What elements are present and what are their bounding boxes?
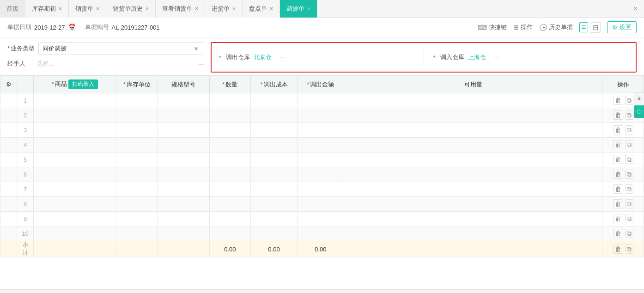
right-float-bar: ≡ ⬡ bbox=[634, 92, 644, 118]
person-more-icon[interactable]: ··· bbox=[198, 61, 203, 67]
row-product[interactable] bbox=[34, 197, 116, 212]
delete-icon[interactable]: 🗑 bbox=[613, 140, 623, 149]
row-product[interactable] bbox=[34, 153, 116, 167]
copy-icon[interactable]: ⧉ bbox=[625, 155, 633, 164]
toolbar-right: ⌨ 快捷键 ⊞ 操作 🕒 历史单据 ≡ ⊟ ⚙ 设置 bbox=[478, 21, 637, 33]
row-gear bbox=[0, 123, 17, 138]
tab-transfer[interactable]: 调拨单 × bbox=[280, 0, 317, 18]
form-left: *业务类型 同价调拨 ▼ 经手人 选择... ··· bbox=[7, 42, 211, 73]
copy-icon[interactable]: ⧉ bbox=[625, 184, 633, 194]
col-amount-label: 调出金额 bbox=[310, 81, 334, 88]
calendar-icon[interactable]: 📅 bbox=[68, 24, 76, 31]
in-warehouse-required-star: * bbox=[433, 54, 436, 61]
copy-icon[interactable]: ⧉ bbox=[625, 214, 633, 223]
required-star-1: * bbox=[7, 45, 10, 52]
tab-home[interactable]: 首页 bbox=[0, 0, 25, 18]
table-container: ⚙ *商品 扫码录入 *库存单位 规格型号 *数量 bbox=[0, 75, 644, 289]
row-op: 🗑 ⧉ bbox=[602, 123, 644, 138]
delete-icon[interactable]: 🗑 bbox=[613, 125, 623, 134]
copy-icon[interactable]: ⧉ bbox=[625, 229, 633, 238]
right-float-list-btn[interactable]: ≡ bbox=[634, 92, 644, 104]
gear-icon[interactable]: ⚙ bbox=[6, 81, 12, 88]
bottom-scroll bbox=[0, 289, 644, 293]
col-gear[interactable]: ⚙ bbox=[0, 76, 17, 93]
delete-icon[interactable]: 🗑 bbox=[613, 110, 623, 120]
row-product[interactable] bbox=[34, 226, 116, 241]
right-float-expand-btn[interactable]: ⬡ bbox=[634, 105, 644, 118]
delete-icon[interactable]: 🗑 bbox=[613, 184, 623, 194]
tab-purchase-close[interactable]: × bbox=[232, 6, 236, 12]
row-product[interactable] bbox=[34, 212, 116, 226]
row-product[interactable] bbox=[34, 93, 116, 108]
row-product[interactable] bbox=[34, 241, 116, 257]
tab-transfer-close[interactable]: × bbox=[307, 6, 310, 12]
delete-icon[interactable]: 🗑 bbox=[613, 214, 623, 223]
window-close-button[interactable]: × bbox=[627, 5, 644, 13]
copy-icon[interactable]: ⧉ bbox=[625, 170, 633, 179]
tab-inventory-check[interactable]: 盘点单 × bbox=[243, 0, 280, 18]
table-row: 7 🗑 ⧉ bbox=[0, 182, 644, 197]
row-product[interactable] bbox=[34, 108, 116, 123]
table-row: 3 🗑 ⧉ bbox=[0, 123, 644, 138]
row-available bbox=[344, 212, 602, 226]
tab-sales-history-label: 销货单历史 bbox=[113, 5, 143, 13]
copy-icon[interactable]: ⧉ bbox=[625, 199, 633, 208]
history-label: 历史单据 bbox=[549, 23, 573, 31]
in-warehouse-more-icon[interactable]: ··· bbox=[493, 54, 499, 61]
copy-icon[interactable]: ⧉ bbox=[625, 110, 633, 120]
delete-icon[interactable]: 🗑 bbox=[613, 244, 623, 254]
tab-home-label: 首页 bbox=[6, 5, 18, 13]
copy-icon[interactable]: ⧉ bbox=[625, 125, 633, 134]
split-view-icon[interactable]: ⊟ bbox=[590, 22, 601, 33]
copy-icon[interactable]: ⧉ bbox=[625, 244, 633, 254]
row-gear bbox=[0, 138, 17, 153]
copy-icon[interactable]: ⧉ bbox=[625, 96, 633, 105]
row-product[interactable] bbox=[34, 182, 116, 197]
tab-inventory-init-close[interactable]: × bbox=[59, 6, 62, 12]
tab-purchase[interactable]: 进货单 × bbox=[205, 0, 243, 18]
table-row: 小计 0.00 0.00 0.00 🗑 ⧉ bbox=[0, 241, 644, 257]
row-cost bbox=[251, 153, 298, 167]
delete-icon[interactable]: 🗑 bbox=[613, 96, 623, 105]
row-product[interactable] bbox=[34, 138, 116, 153]
out-warehouse-more-icon[interactable]: ··· bbox=[279, 54, 285, 61]
row-gear bbox=[0, 226, 17, 241]
shortcuts-button[interactable]: ⌨ 快捷键 bbox=[478, 23, 507, 31]
row-unit bbox=[116, 123, 158, 138]
person-label: 经手人 bbox=[7, 60, 33, 68]
delete-icon[interactable]: 🗑 bbox=[613, 229, 623, 238]
copy-icon[interactable]: ⧉ bbox=[625, 140, 633, 149]
list-view-icon[interactable]: ≡ bbox=[579, 22, 588, 32]
tab-sales-order-close[interactable]: × bbox=[96, 6, 99, 12]
row-product[interactable] bbox=[34, 167, 116, 182]
tab-inventory-init[interactable]: 库存期初 × bbox=[25, 0, 69, 18]
tab-sales-order[interactable]: 销货单 × bbox=[69, 0, 106, 18]
row-seq: 7 bbox=[17, 182, 34, 197]
row-qty: 0.00 bbox=[209, 241, 251, 257]
row-seq: 小计 bbox=[17, 241, 34, 257]
delete-icon[interactable]: 🗑 bbox=[613, 155, 623, 164]
delete-icon[interactable]: 🗑 bbox=[613, 199, 623, 208]
out-warehouse-value[interactable]: 北京仓 bbox=[254, 53, 272, 61]
row-qty bbox=[209, 123, 251, 138]
settings-button[interactable]: ⚙ 设置 bbox=[607, 21, 637, 33]
row-product[interactable] bbox=[34, 123, 116, 138]
actions-button[interactable]: ⊞ 操作 bbox=[513, 23, 533, 31]
delete-icon[interactable]: 🗑 bbox=[613, 170, 623, 179]
tab-view-sales[interactable]: 查看销货单 × bbox=[156, 0, 205, 18]
tab-inventory-check-close[interactable]: × bbox=[270, 6, 273, 12]
row-qty bbox=[209, 153, 251, 167]
business-type-select[interactable]: 同价调拨 ▼ bbox=[38, 42, 203, 55]
tab-view-sales-close[interactable]: × bbox=[195, 6, 198, 12]
row-spec bbox=[158, 226, 209, 241]
person-placeholder[interactable]: 选择... bbox=[37, 60, 54, 68]
in-warehouse-value[interactable]: 上海仓 bbox=[468, 53, 486, 61]
history-button[interactable]: 🕒 历史单据 bbox=[539, 23, 573, 31]
col-cost: *调出成本 bbox=[251, 76, 298, 93]
scan-button[interactable]: 扫码录入 bbox=[68, 79, 98, 89]
actions-label: 操作 bbox=[521, 23, 533, 31]
row-seq: 9 bbox=[17, 212, 34, 226]
tab-sales-history-close[interactable]: × bbox=[146, 6, 149, 12]
tab-sales-history[interactable]: 销货单历史 × bbox=[106, 0, 156, 18]
row-cost bbox=[251, 212, 298, 226]
